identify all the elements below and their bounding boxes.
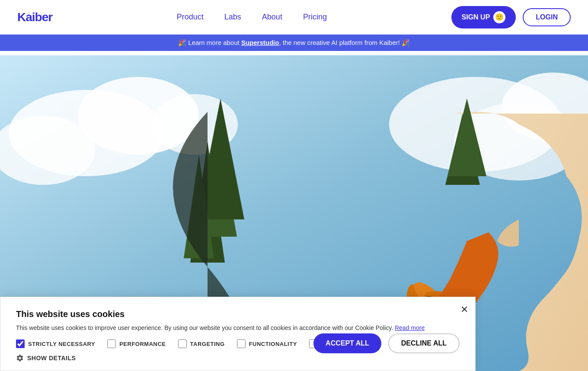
targeting-checkbox[interactable] <box>178 339 187 348</box>
announcement-banner: 🎉 Learn more about Superstudio, the new … <box>0 35 588 51</box>
functionality-label: FUNCTIONALITY <box>249 341 297 347</box>
navbar-actions: SIGN UP 🙂 LOGIN <box>451 6 571 29</box>
cookie-description: This website uses cookies to improve use… <box>16 323 460 333</box>
login-button[interactable]: LOGIN <box>523 8 571 26</box>
banner-text-after: , the new creative AI platform from Kaib… <box>279 39 409 46</box>
cookie-read-more-link[interactable]: Read more <box>395 324 425 331</box>
performance-checkbox[interactable] <box>107 339 116 348</box>
logo[interactable]: Kaiber <box>17 10 52 24</box>
nav-item-product[interactable]: Product <box>177 13 204 22</box>
signup-label: SIGN UP <box>462 13 490 21</box>
checkbox-performance[interactable]: PERFORMANCE <box>107 339 166 348</box>
nav-item-pricing[interactable]: Pricing <box>303 13 327 22</box>
nav-item-labs[interactable]: Labs <box>224 13 241 22</box>
smiley-icon: 🙂 <box>493 11 505 23</box>
decline-all-button[interactable]: DECLINE ALL <box>388 333 460 353</box>
navbar: Kaiber Product Labs About Pricing SIGN U… <box>0 0 588 35</box>
functionality-checkbox[interactable] <box>237 339 246 348</box>
nav-item-about[interactable]: About <box>262 13 282 22</box>
nav-link-product[interactable]: Product <box>177 13 204 21</box>
checkbox-targeting[interactable]: TARGETING <box>178 339 225 348</box>
checkbox-functionality[interactable]: FUNCTIONALITY <box>237 339 297 348</box>
strictly-necessary-checkbox[interactable] <box>16 339 25 348</box>
accept-all-button[interactable]: ACCEPT ALL <box>313 333 381 353</box>
cookie-banner: ✕ This website uses cookies This website… <box>0 297 476 371</box>
nav-link-pricing[interactable]: Pricing <box>303 13 327 21</box>
strictly-necessary-label: STRICTLY NECESSARY <box>28 341 95 347</box>
signup-button[interactable]: SIGN UP 🙂 <box>451 6 516 29</box>
performance-label: PERFORMANCE <box>119 341 166 347</box>
cookie-desc-text: This website uses cookies to improve use… <box>16 324 393 331</box>
cookie-action-buttons: ACCEPT ALL DECLINE ALL <box>313 333 460 353</box>
show-details-label: SHOW DETAILS <box>27 355 76 361</box>
show-details-row[interactable]: SHOW DETAILS <box>16 354 460 362</box>
banner-superstudio-link[interactable]: Superstudio <box>241 39 279 46</box>
targeting-label: TARGETING <box>190 341 225 347</box>
gear-icon <box>16 354 24 362</box>
cookie-title: This website uses cookies <box>16 309 460 319</box>
banner-text-before: 🎉 Learn more about <box>178 39 241 46</box>
nav-link-about[interactable]: About <box>262 13 282 21</box>
cookie-close-button[interactable]: ✕ <box>460 304 468 315</box>
checkbox-strictly[interactable]: STRICTLY NECESSARY <box>16 339 95 348</box>
nav-link-labs[interactable]: Labs <box>224 13 241 21</box>
nav-links: Product Labs About Pricing <box>177 13 327 22</box>
